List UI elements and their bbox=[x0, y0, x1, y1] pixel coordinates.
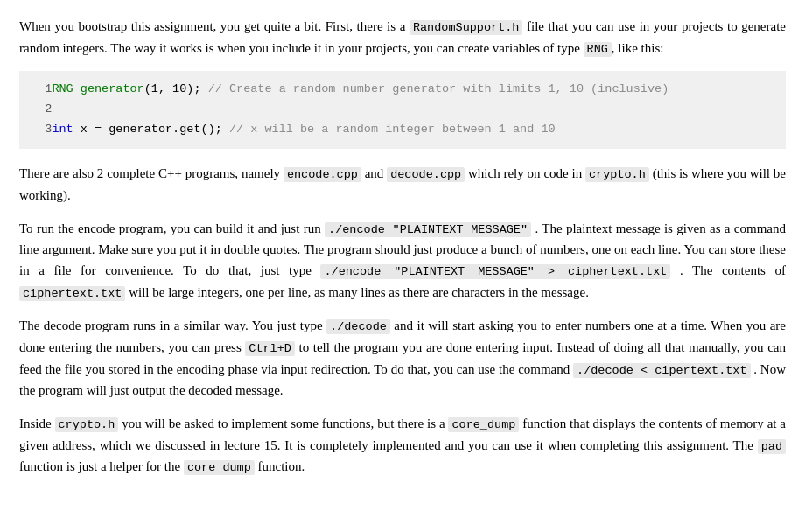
inline-code-decode-cpp: decode.cpp bbox=[387, 167, 465, 182]
paragraph-3: To run the encode program, you can build… bbox=[19, 218, 786, 304]
inline-code-crypto-h-2: crypto.h bbox=[55, 417, 119, 432]
inline-code-core-dump-2: core_dump bbox=[184, 460, 255, 475]
paragraph-1: When you bootstrap this assignment, you … bbox=[19, 16, 786, 59]
inline-code-decode: ./decode bbox=[326, 319, 390, 334]
inline-code-ctrl-d: Ctrl+D bbox=[245, 341, 295, 356]
inline-code-decode-redirect: ./decode < cipertext.txt bbox=[573, 363, 750, 378]
inline-code-core-dump: core_dump bbox=[448, 417, 519, 432]
inline-code-ciphertext-txt: ciphertext.txt bbox=[19, 286, 125, 301]
inline-code-run-encode: ./encode "PLAINTEXT MESSAGE" bbox=[325, 222, 531, 237]
inline-code-pad: pad bbox=[758, 439, 786, 454]
code-line-3: 3 int x = generator.get(); // x will be … bbox=[32, 120, 774, 140]
inline-code-rng: RNG bbox=[584, 42, 612, 57]
inline-code-randomsupport: RandomSupport.h bbox=[410, 20, 523, 35]
code-line-2: 2 bbox=[32, 100, 774, 120]
inline-code-crypto-h: crypto.h bbox=[585, 167, 649, 182]
paragraph-2: There are also 2 complete C++ programs, … bbox=[19, 163, 786, 206]
inline-code-encode-cpp: encode.cpp bbox=[284, 167, 361, 182]
inline-code-encode-redirect: ./encode "PLAINTEXT MESSAGE" > ciphertex… bbox=[320, 264, 670, 279]
code-line-1: 1 RNG generator(1, 10); // Create a rand… bbox=[32, 80, 774, 100]
paragraph-4: The decode program runs in a similar way… bbox=[19, 315, 786, 401]
paragraph-5: Inside crypto.h you will be asked to imp… bbox=[19, 413, 786, 478]
code-block: 1 RNG generator(1, 10); // Create a rand… bbox=[19, 71, 786, 149]
